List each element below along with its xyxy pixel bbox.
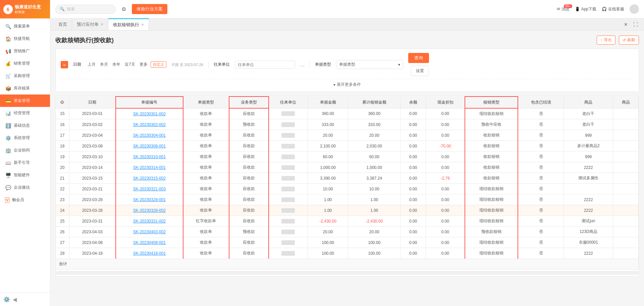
tab-preorders[interactable]: 预计应付单 ✕ xyxy=(72,18,108,30)
cell-write-off-type: 收款核销 xyxy=(465,162,518,173)
cell-bill-no[interactable]: SK-20230308-001 xyxy=(116,141,183,151)
topbar-gear-icon[interactable]: ⚙ xyxy=(119,4,128,14)
cell-bill-no[interactable]: SK-20230331-002 xyxy=(116,216,183,227)
sidebar-item-label: 销售管理 xyxy=(14,61,30,66)
tab-close-all[interactable]: ✕ xyxy=(621,22,631,27)
tab-collection[interactable]: 收款核销执行 ✕ xyxy=(108,18,149,30)
bill-no-link[interactable]: SK-20230310-001 xyxy=(133,155,166,159)
bill-no-link[interactable]: SK-20230315-002 xyxy=(133,176,166,181)
sidebar-logo: 6 畅康道好生意 标推版 xyxy=(0,0,50,18)
bill-no-link[interactable]: SK-20230328-002 xyxy=(133,208,166,213)
topbar: 🔍 搜索 ⚙ 体验行业方案 ✉ 消息 99+ 📱 App下载 🎧 在线客服 xyxy=(50,0,644,18)
sidebar-item-label: 搜索菜单 xyxy=(14,23,30,29)
table-row: 252023-03-31SK-20230331-002红字收款单应收款 -2,4… xyxy=(56,216,639,227)
cell-bill-no[interactable]: SK-20230418-001 xyxy=(116,248,183,259)
bill-no-link[interactable]: SK-20230418-001 xyxy=(133,251,166,256)
app-download-action[interactable]: 📱 App下载 xyxy=(575,6,596,12)
query-button[interactable]: 查询 xyxy=(408,53,429,63)
bill-no-link[interactable]: SK-20230314-001 xyxy=(133,165,166,170)
sidebar-item-label: 库存核算 xyxy=(14,85,30,91)
bill-no-link[interactable]: SK-20230408-001 xyxy=(133,240,166,245)
bill-no-link[interactable]: SK-20230331-002 xyxy=(133,219,166,224)
sidebar-item-marketing[interactable]: 📢 营销推广 xyxy=(0,45,50,57)
cell-discount: -2.76 xyxy=(426,173,465,184)
sidebar-item-company[interactable]: 🏢 企业协同 xyxy=(0,144,50,157)
cell-included: 否 xyxy=(518,248,564,259)
cell-bill-no[interactable]: SK-20230304-001 xyxy=(116,130,183,141)
tab-close-active-icon[interactable]: ✕ xyxy=(141,23,144,26)
filter-setting-button[interactable]: 设置 xyxy=(411,66,429,76)
custom-date-button[interactable]: 自定义 xyxy=(151,61,166,68)
sidebar-item-member[interactable]: V 畅会员 xyxy=(0,194,50,206)
cell-bill-no[interactable]: SK-20230310-001 xyxy=(116,151,183,162)
cell-balance: 0.00 xyxy=(400,194,426,205)
search-placeholder: 搜索 xyxy=(67,6,75,12)
support-action[interactable]: 🎧 在线客服 xyxy=(602,6,624,12)
refresh-button[interactable]: ↺ 刷新 xyxy=(619,36,639,45)
date-btn-7days[interactable]: 近7天 xyxy=(123,61,137,68)
more-filters-dots[interactable]: ... xyxy=(300,62,305,68)
sidebar-item-search[interactable]: 🔍 搜索菜单 xyxy=(0,20,50,33)
cell-bill-no[interactable]: SK-20230301-002 xyxy=(116,108,183,119)
cell-balance: 0.00 xyxy=(400,227,426,237)
messages-action[interactable]: ✉ 消息 99+ xyxy=(557,6,570,12)
sidebar-item-finance[interactable]: 💳 资金管理 xyxy=(0,95,50,107)
cell-unit xyxy=(269,184,308,194)
sidebar-item-hardware[interactable]: 🖥️ 智能硬件 xyxy=(0,169,50,181)
topbar-search[interactable]: 🔍 搜索 xyxy=(55,5,116,14)
company-icon: 🏢 xyxy=(5,148,11,153)
tab-close-icon[interactable]: ✕ xyxy=(101,22,103,26)
bill-no-link[interactable]: SK-20230302-002 xyxy=(133,122,166,127)
expand-conditions-row[interactable]: ▾ 展开更多条件 xyxy=(61,79,634,87)
sidebar-item-operations[interactable]: 📊 经营管理 xyxy=(0,107,50,119)
cell-bill-no[interactable]: SK-20230408-001 xyxy=(116,237,183,248)
cell-included: 否 xyxy=(518,227,564,237)
tab-expand[interactable]: ⛶ xyxy=(631,22,641,27)
cell-bill-no[interactable]: SK-20230403-002 xyxy=(116,227,183,237)
col-header-bill-no: 单据编号 xyxy=(116,97,183,108)
bill-no-link[interactable]: SK-20230403-002 xyxy=(133,230,166,234)
solution-button[interactable]: 体验行业方案 xyxy=(132,4,167,14)
settings-gear-icon[interactable]: ⚙️ xyxy=(3,296,10,303)
cell-write-off-type: 现结收款核销 xyxy=(465,194,518,205)
tab-collection-label: 收款核销执行 xyxy=(113,22,139,28)
sidebar-item-system[interactable]: ⚙️ 系统管理 xyxy=(0,132,50,144)
bill-no-link[interactable]: SK-20230301-002 xyxy=(133,112,166,116)
tab-home[interactable]: 首页 xyxy=(54,18,72,30)
sidebar-item-sales[interactable]: 💰 销售管理 xyxy=(0,57,50,70)
cell-bill-no[interactable]: SK-20230315-002 xyxy=(116,173,183,184)
date-btn-more[interactable]: 更多 xyxy=(138,61,149,68)
operations-icon: 📊 xyxy=(5,111,11,116)
cell-bill-no[interactable]: SK-20230328-002 xyxy=(116,205,183,216)
cell-bill-no[interactable]: SK-20230321-003 xyxy=(116,184,183,194)
bill-no-link[interactable]: SK-20230328-001 xyxy=(133,197,166,202)
cell-num: 27 xyxy=(56,237,69,248)
sidebar-item-wechat[interactable]: 💬 企业微信 xyxy=(0,181,50,194)
table-row: 222023-03-21SK-20230321-003收款单应收款 10.001… xyxy=(56,184,639,194)
cell-bill-no[interactable]: SK-20230302-002 xyxy=(116,119,183,130)
sidebar-item-purchase[interactable]: 🛒 采购管理 xyxy=(0,70,50,82)
date-btn-this-year[interactable]: 本年 xyxy=(111,61,122,68)
horizontal-scrollbar[interactable] xyxy=(56,271,639,275)
sidebar-item-basic[interactable]: ℹ️ 基础信息 xyxy=(0,119,50,132)
bill-no-link[interactable]: SK-20230321-003 xyxy=(133,187,166,191)
table-settings-icon[interactable]: ⚙ xyxy=(60,100,64,105)
bill-no-link[interactable]: SK-20230308-001 xyxy=(133,144,166,148)
sidebar-item-inventory[interactable]: 📦 库存核算 xyxy=(0,82,50,95)
sidebar-item-shortcut[interactable]: 🏠 快捷导航 xyxy=(0,33,50,45)
type-filter-select[interactable]: 单据类型 ▾ xyxy=(336,60,403,69)
cell-bill-no[interactable]: SK-20230328-001 xyxy=(116,194,183,205)
filter-separator-2 xyxy=(310,61,310,68)
user-avatar[interactable] xyxy=(630,4,639,14)
filter-expand-button[interactable]: » xyxy=(61,61,68,68)
date-btn-last-month[interactable]: 上月 xyxy=(86,61,97,68)
export-button[interactable]: ↑ 导出 xyxy=(597,36,615,45)
sidebar-item-guide[interactable]: 📖 新手引导 xyxy=(0,157,50,169)
collapse-icon[interactable]: ◀ xyxy=(13,296,17,303)
cell-biz-type: 预收款 xyxy=(229,119,269,130)
cell-bill-no[interactable]: SK-20230314-001 xyxy=(116,162,183,173)
cell-amount: 10.00 xyxy=(308,184,348,194)
bill-no-link[interactable]: SK-20230304-001 xyxy=(133,133,166,138)
date-btn-this-month[interactable]: 本月 xyxy=(99,61,109,68)
unit-filter-input[interactable] xyxy=(235,61,295,69)
